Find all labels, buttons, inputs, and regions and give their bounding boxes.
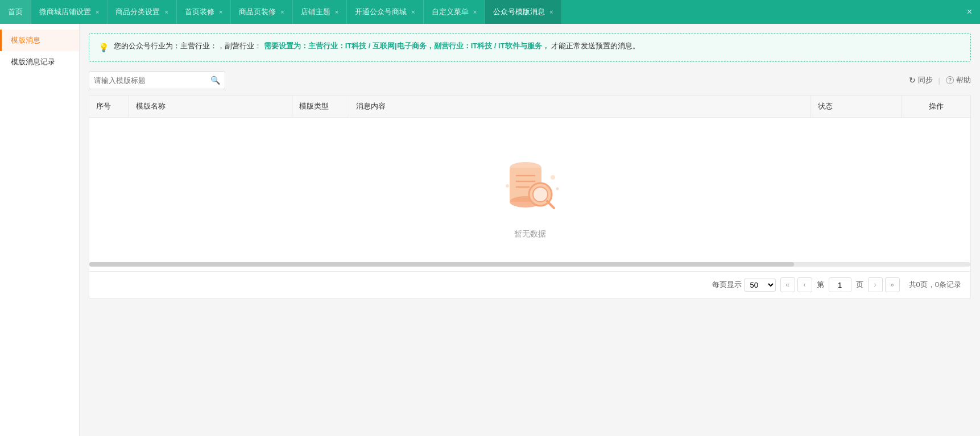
close-shop-theme-icon[interactable]: ×	[335, 9, 338, 15]
page-total: 共0页，0条记录	[909, 280, 961, 290]
pagination-bar: 每页显示 50 10 20 100 « ‹ 第 页 › »	[89, 271, 970, 298]
th-content-label: 消息内容	[356, 102, 386, 110]
main-layout: 模版消息 模版消息记录 💡 您的公众号行业为：主营行业：，副营行业： 需要设置为…	[0, 24, 980, 436]
close-custom-menu-icon[interactable]: ×	[473, 9, 477, 15]
table-header: 序号 模版名称 模版类型 消息内容 状态 操作	[89, 95, 970, 118]
empty-svg-icon	[496, 152, 564, 220]
sidebar-item-template-msg-label: 模版消息	[11, 36, 40, 44]
empty-state: 暂无数据	[89, 118, 970, 262]
nav-tab-goods-category[interactable]: 商品分类设置 ×	[107, 0, 176, 24]
th-seq-label: 序号	[96, 102, 111, 110]
page-unit: 页	[856, 280, 863, 290]
nav-tab-home-label: 首页	[8, 7, 23, 17]
th-type: 模版类型	[292, 95, 349, 117]
th-content: 消息内容	[349, 95, 811, 117]
th-name: 模版名称	[129, 95, 292, 117]
scrollbar-track[interactable]	[89, 262, 970, 267]
sidebar-item-template-record[interactable]: 模版消息记录	[0, 51, 79, 73]
page-next-button[interactable]: ›	[868, 277, 883, 292]
th-op-label: 操作	[929, 102, 944, 110]
toolbar-divider: |	[938, 76, 940, 85]
top-nav: 首页 微商城店铺设置 × 商品分类设置 × 首页装修 × 商品页装修 × 店铺主…	[0, 0, 980, 24]
help-label: 帮助	[956, 75, 971, 85]
page-input[interactable]	[829, 277, 851, 292]
sidebar-item-template-msg[interactable]: 模版消息	[0, 30, 79, 51]
content-area: 💡 您的公众号行业为：主营行业：，副营行业： 需要设置为：主营行业：IT科技 /…	[80, 24, 980, 436]
empty-text: 暂无数据	[514, 229, 546, 239]
close-template-msg-icon[interactable]: ×	[549, 9, 553, 15]
page-size-dropdown[interactable]: 50 10 20 100	[744, 279, 776, 292]
nav-tab-template-msg[interactable]: 公众号模版消息 ×	[485, 0, 561, 24]
data-table: 序号 模版名称 模版类型 消息内容 状态 操作	[89, 95, 971, 298]
toolbar-right: ↻ 同步 | ? 帮助	[909, 75, 971, 85]
page-label: 第	[817, 280, 824, 290]
th-type-label: 模版类型	[299, 102, 329, 110]
sync-label: 同步	[918, 75, 933, 85]
notice-icon: 💡	[98, 41, 109, 55]
sync-button[interactable]: ↻ 同步	[909, 75, 933, 85]
nav-tab-home-decor-label: 首页装修	[185, 7, 214, 17]
nav-tab-custom-menu-label: 自定义菜单	[432, 7, 469, 17]
svg-point-10	[551, 175, 555, 180]
nav-tab-micro-shop-label: 微商城店铺设置	[39, 7, 91, 17]
notice-suffix: 才能正常发送预置的消息。	[551, 41, 640, 50]
scrollbar-area	[89, 262, 970, 271]
notice-box: 💡 您的公众号行业为：主营行业：，副营行业： 需要设置为：主营行业：IT科技 /…	[89, 33, 971, 62]
notice-highlight: 需要设置为：主营行业：IT科技 / 互联网|电子商务，副营行业：IT科技 / I…	[264, 41, 549, 50]
scrollbar-thumb	[89, 262, 794, 267]
sidebar: 模版消息 模版消息记录	[0, 24, 80, 436]
nav-tab-custom-menu[interactable]: 自定义菜单 ×	[424, 0, 485, 24]
close-micro-shop-icon[interactable]: ×	[96, 9, 99, 15]
svg-point-11	[556, 188, 559, 190]
nav-tab-shop-theme-label: 店铺主题	[301, 7, 330, 17]
nav-tab-shop-theme[interactable]: 店铺主题 ×	[293, 0, 347, 24]
nav-tab-micro-shop[interactable]: 微商城店铺设置 ×	[31, 0, 107, 24]
nav-tab-home-decor[interactable]: 首页装修 ×	[177, 0, 231, 24]
nav-tab-open-mall-label: 开通公众号商城	[355, 7, 407, 17]
nav-tab-goods-page[interactable]: 商品页装修 ×	[231, 0, 292, 24]
page-last-button[interactable]: »	[885, 277, 900, 292]
nav-tab-home[interactable]: 首页	[0, 0, 31, 24]
svg-point-9	[506, 184, 509, 188]
help-button[interactable]: ? 帮助	[946, 75, 971, 85]
th-status-label: 状态	[818, 102, 833, 110]
page-first-button[interactable]: «	[780, 277, 795, 292]
page-prev-button[interactable]: ‹	[797, 277, 812, 292]
svg-line-8	[547, 201, 554, 208]
empty-illustration	[496, 152, 564, 220]
th-name-label: 模版名称	[136, 102, 166, 110]
close-open-mall-icon[interactable]: ×	[411, 9, 415, 15]
close-goods-page-icon[interactable]: ×	[280, 9, 284, 15]
th-op: 操作	[902, 95, 970, 117]
search-input-wrap: 🔍	[89, 71, 225, 89]
sidebar-item-template-record-label: 模版消息记录	[11, 57, 55, 66]
nav-tab-template-msg-label: 公众号模版消息	[493, 7, 545, 17]
close-home-decor-icon[interactable]: ×	[219, 9, 222, 15]
notice-prefix: 您的公众号行业为：主营行业：，副营行业：	[114, 41, 262, 50]
notice-text: 您的公众号行业为：主营行业：，副营行业： 需要设置为：主营行业：IT科技 / 互…	[114, 40, 640, 52]
close-goods-category-icon[interactable]: ×	[164, 9, 168, 15]
search-input[interactable]	[94, 76, 210, 85]
close-all-button[interactable]: ×	[959, 7, 980, 17]
th-status: 状态	[811, 95, 902, 117]
svg-point-7	[533, 187, 548, 202]
sync-icon: ↻	[909, 76, 916, 85]
search-bar-row: 🔍 ↻ 同步 | ? 帮助	[89, 71, 971, 89]
nav-tab-goods-category-label: 商品分类设置	[115, 7, 160, 17]
page-size-label: 每页显示	[712, 280, 742, 290]
page-size-select: 每页显示 50 10 20 100	[712, 279, 776, 292]
page-nav: « ‹ 第 页 › »	[780, 277, 900, 292]
th-seq: 序号	[89, 95, 129, 117]
help-circle-icon: ?	[946, 76, 954, 84]
search-icon[interactable]: 🔍	[210, 76, 220, 85]
nav-tab-open-mall[interactable]: 开通公众号商城 ×	[347, 0, 423, 24]
nav-tab-goods-page-label: 商品页装修	[239, 7, 276, 17]
